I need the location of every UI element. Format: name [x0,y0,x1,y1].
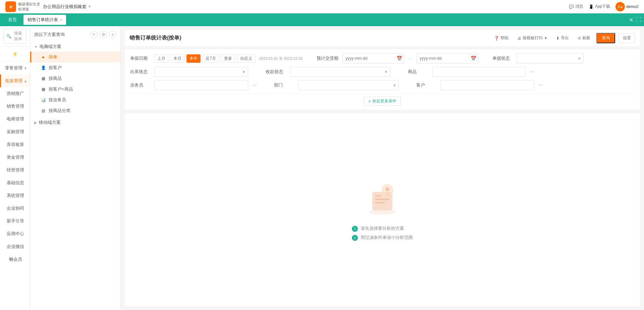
sidebar-item-purchase[interactable]: 采购管理 [0,125,30,138]
tree-item-by-salesperson[interactable]: 📊 按业务员 [30,95,120,105]
tree-collapse-button[interactable]: « [109,31,116,38]
query-button[interactable]: 查询 [596,33,615,43]
calendar-start-icon[interactable]: 📅 [396,56,402,61]
expected-date-label: 预计交货期 [317,55,338,61]
export-icon: ⬇ [556,36,559,41]
calendar-end-icon[interactable]: 📅 [471,56,476,61]
export-button[interactable]: ⬇ 导出 [553,34,572,42]
help-icon: ❓ [494,36,499,41]
salesperson-more-icon[interactable]: ··· [252,82,257,88]
sidebar-item-retail[interactable]: 零售管理 ▼ [0,62,30,74]
tree-item-by-customer[interactable]: 👤 按客户 [30,62,120,73]
tip-number-1: 1 [352,226,358,232]
sidebar-item-basics[interactable]: 基础信息 [0,176,30,189]
customer-more-icon[interactable]: ··· [538,82,543,88]
sidebar-item-inventory[interactable]: 库存核算 [0,138,30,151]
sidebar-shortcut-icon[interactable]: ⚡ [11,50,19,58]
date-custom-button[interactable]: 自定义 [237,54,255,63]
empty-state: 1 请先选择要分析的方案 2 用过滤条件来缩小分析范围 [125,113,640,306]
date-this-year-button[interactable]: 本年 [186,54,201,63]
date-range-text: 2023-01-01 至 2023-12-31 [259,56,303,61]
svg-point-8 [385,187,389,191]
department-select-wrap: ▼ [298,80,399,90]
svg-rect-6 [375,202,385,203]
ship-status-select-wrap: ▼ [154,67,248,77]
print-button[interactable]: 🖨 按模板打印 ▼ [515,34,550,42]
tree-panel: 按以下方案查询 + ⚙ « ▼ 电脑端方案 [30,26,121,310]
logo-text: 畅捷通好生意 标准版 [18,2,40,11]
expected-date-start-input[interactable] [342,53,404,63]
goods-more-icon[interactable]: ··· [530,69,534,75]
filter-row-3: 业务员 ··· 部门 ▼ 客户 ··· [130,80,635,90]
user-name: demo2 [626,4,639,9]
wholesale-arrow-icon: ▲ [24,79,27,83]
sidebar-item-app-center[interactable]: 应用中心 [0,227,30,240]
ship-status-label: 出库状态 [130,69,150,75]
refresh-icon: ↺ [578,36,581,41]
tree-section-mobile-header[interactable]: ▶ 移动端方案 [30,117,120,127]
sidebar-item-marketing[interactable]: 营销推广 [0,87,30,100]
empty-illustration [362,178,402,219]
salesperson-label: 业务员 [130,82,150,88]
sidebar-item-wechat[interactable]: 企业微信 [0,240,30,253]
refresh-button[interactable]: ↺ 刷新 [575,34,593,42]
sidebar-item-finance[interactable]: 资金管理 [0,151,30,164]
expected-date-end-input[interactable] [417,53,478,63]
sidebar-item-wholesale[interactable]: 批发管理 ▲ [0,74,30,87]
tab-sales-stats[interactable]: 销售订单统计表 × [23,15,66,25]
tree-item-by-category[interactable]: ▤ 按商品分类 [30,105,120,116]
empty-tip-1: 1 请先选择要分析的方案 [352,225,413,232]
tree-item-by-customer-goods[interactable]: ▦ 按客户+商品 [30,84,120,95]
messages-button[interactable]: 💬 消息 [569,4,583,9]
customer-input[interactable] [440,80,534,90]
tree-section-pc-header[interactable]: ▼ 电脑端方案 [30,42,120,52]
date-this-month-button[interactable]: 本月 [170,54,184,63]
pay-status-select[interactable] [290,67,390,77]
tree-section-mobile-arrow: ▶ [34,121,37,124]
sidebar-item-system[interactable]: 系统管理 [0,189,30,202]
order-status-select[interactable] [517,53,584,63]
plus-icon: + [93,32,95,37]
filter-collapse-row: ∧ 收起更多条件 [130,94,635,106]
window-close-button[interactable]: ✕ [629,17,633,23]
print-icon: 🖨 [517,36,521,41]
tabbar: 首页 销售订单统计表 × ✕ ⛶ [0,13,644,26]
sidebar-item-membership[interactable]: 畅会员 [0,253,30,266]
sidebar-item-newbie[interactable]: 新手引导 [0,215,30,227]
tree-add-button[interactable]: + [90,31,98,38]
help-button[interactable]: ❓ 帮助 [491,34,511,42]
window-maximize-button[interactable]: ⛶ [636,17,641,23]
sidebar-item-sales-mgmt[interactable]: 销售管理 [0,100,30,113]
tab-close-icon[interactable]: × [60,18,62,22]
ship-status-select[interactable] [154,67,248,77]
customer-label: 客户 [416,82,436,88]
salesperson-input[interactable] [154,80,248,90]
tab-home[interactable]: 首页 [3,13,22,26]
user-profile[interactable]: Ea demo2 [615,2,639,11]
date-last-7-button[interactable]: 近7天 [203,54,219,63]
tree-edit-button[interactable]: ⚙ [100,31,107,38]
date-more-button[interactable]: 更多 [221,54,235,63]
sidebar-item-operations[interactable]: 经营管理 [0,164,30,176]
sidebar-item-ecommerce[interactable]: 电商管理 [0,113,30,125]
app-download-button[interactable]: 📱 App下载 [589,4,610,9]
tree-section-mobile-label: 移动端方案 [39,119,61,125]
search-menu-button[interactable]: 🔍 搜索菜单 [3,29,26,44]
topbar: 好 畅捷通好生意 标准版 办公用品行业模拟账套 ▼ 💬 消息 📱 App下载 E… [0,0,644,13]
collapse-button[interactable]: ∧ 收起更多条件 [364,97,401,106]
app-title[interactable]: 办公用品行业模拟账套 ▼ [43,4,91,10]
by-customer-icon: 👤 [41,65,46,70]
sidebar-item-enterprise[interactable]: 企业协同 [0,202,30,215]
content-panel: 按以下方案查询 + ⚙ « ▼ 电脑端方案 [30,26,644,310]
empty-tip-2: 2 用过滤条件来缩小分析范围 [352,235,413,241]
collapse-icon: « [112,32,114,37]
filter-date-buttons: 上月 本月 本年 近7天 更多 自定义 2023-01-01 至 2023-12… [154,54,303,63]
settings-button[interactable]: 设置 [619,33,635,43]
department-select[interactable] [298,80,399,90]
tree-item-by-goods[interactable]: ▦ 按商品 [30,73,120,84]
date-last-month-button[interactable]: 上月 [154,54,168,63]
goods-input[interactable] [432,67,526,77]
page-title-bar: 销售订单统计表(按单) ❓ 帮助 🖨 按模板打印 ▼ ⬇ 导出 [125,30,640,46]
tree-item-by-order[interactable]: ● 按单 [30,52,120,62]
goods-label: 商品 [408,69,428,75]
